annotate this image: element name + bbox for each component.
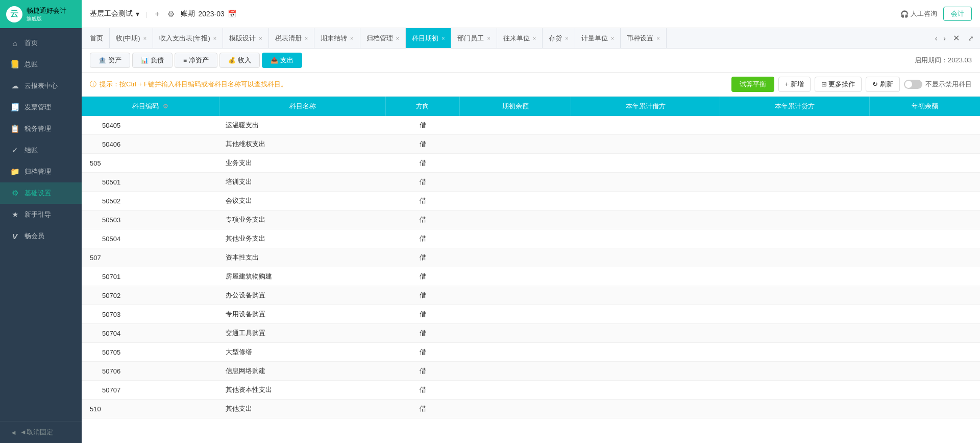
tab-dept[interactable]: 部门员工 × (451, 28, 497, 49)
tab-close-unit[interactable]: × (611, 35, 614, 41)
subtab-equity[interactable]: ≡ 净资产 (175, 53, 217, 68)
add-project-icon[interactable]: ＋ (153, 9, 161, 19)
subtab-income[interactable]: 💰 收入 (219, 53, 260, 68)
help-btn[interactable]: 🎧 人工咨询 (900, 9, 937, 18)
cell-code: 50702 (82, 286, 219, 305)
refresh-button[interactable]: ↻ 刷新 (866, 77, 900, 92)
sidebar-nav: ⌂ 首页 📒 总账 ☁ 云报表中心 🧾 发票管理 📋 税务管理 ✓ 结账 📁 归… (0, 28, 82, 421)
cell-debit-ytd (571, 381, 720, 400)
subtab-asset[interactable]: 🏦 资产 (90, 53, 130, 68)
tabbar: 首页 收(中期) × 收入支出表(年报) × 模版设计 × 税表清册 × 期末结… (82, 28, 980, 49)
sidebar-footer-label: ◄取消固定 (20, 428, 53, 437)
tab-close-template[interactable]: × (259, 35, 262, 41)
table-row: 50701房屋建筑物购建借 (82, 267, 980, 286)
table-header: 科目编码 ⚙ 科目名称 方向 期初余额 本年累计借方 本年累计贷方 年初余额 (82, 97, 980, 116)
cell-name: 资本性支出 (219, 248, 386, 267)
cell-direction: 借 (386, 324, 460, 343)
tab-close-income[interactable]: × (213, 35, 216, 41)
cell-credit-ytd (720, 211, 869, 229)
content-area: 🏦 资产 📊 负债 ≡ 净资产 💰 收入 📤 支出 启用期间：2023.03 (82, 49, 980, 443)
cell-direction: 借 (386, 305, 460, 324)
sidebar-item-guide[interactable]: ★ 新手引导 (0, 204, 82, 225)
tab-close-contact[interactable]: × (533, 35, 536, 41)
tab-income[interactable]: 收入支出表(年报) × (153, 28, 223, 49)
cell-year-balance (869, 362, 980, 381)
tab-stock[interactable]: 存货 × (543, 28, 575, 49)
tab-expand[interactable]: ⤢ (964, 34, 978, 42)
tab-archive[interactable]: 归档管理 × (360, 28, 406, 49)
sidebar-item-tax[interactable]: 📋 税务管理 (0, 118, 82, 139)
sidebar-item-member[interactable]: V 畅会员 (0, 225, 82, 247)
sidebar-item-archive[interactable]: 📁 归档管理 (0, 161, 82, 182)
tab-subject[interactable]: 科目期初 × (406, 28, 451, 49)
tab-close-tax[interactable]: × (305, 35, 308, 41)
add-button[interactable]: + 新增 (778, 77, 811, 92)
sidebar-item-ledger[interactable]: 📒 总账 (0, 54, 82, 75)
col-settings-icon[interactable]: ⚙ (163, 103, 168, 110)
subtab-liability[interactable]: 📊 负债 (132, 53, 173, 68)
topbar-right: 🎧 人工咨询 会计 (900, 7, 972, 21)
topbar-settings-icon[interactable]: ⚙ (167, 9, 175, 19)
col-debit-ytd: 本年累计借方 (571, 97, 720, 116)
tab-balance[interactable]: 收(中期) × (110, 28, 153, 49)
topbar-divider: | (145, 10, 147, 18)
chevron-down-icon: ▾ (136, 10, 139, 18)
cell-credit-ytd (720, 343, 869, 362)
tab-close-period[interactable]: × (350, 35, 353, 41)
sidebar-item-close[interactable]: ✓ 结账 (0, 139, 82, 161)
tab-close-balance[interactable]: × (143, 35, 146, 41)
cell-year-balance (869, 192, 980, 211)
sidebar-item-report[interactable]: ☁ 云报表中心 (0, 75, 82, 97)
account-button[interactable]: 会计 (943, 7, 972, 21)
project-selector[interactable]: 基层工会测试 ▾ (90, 9, 139, 18)
cell-year-balance (869, 211, 980, 229)
cell-year-balance (869, 343, 980, 362)
tab-close-all[interactable]: ✕ (949, 33, 964, 43)
tab-tax[interactable]: 税表清册 × (269, 28, 314, 49)
tab-close-subject[interactable]: × (442, 35, 445, 41)
tab-close-archive[interactable]: × (396, 35, 399, 41)
table-row: 50703专用设备购置借 (82, 305, 980, 324)
tab-close-currency[interactable]: × (656, 35, 659, 41)
tab-close-dept[interactable]: × (487, 35, 490, 41)
tab-close-stock[interactable]: × (565, 35, 568, 41)
cell-code: 50706 (82, 362, 219, 381)
cell-debit-ytd (571, 305, 720, 324)
sidebar-item-home[interactable]: ⌂ 首页 (0, 32, 82, 54)
cell-name: 大型修缮 (219, 343, 386, 362)
sidebar-label-tax: 税务管理 (24, 124, 51, 133)
tab-scroll-right[interactable]: › (940, 34, 949, 42)
sidebar-item-invoice[interactable]: 🧾 发票管理 (0, 97, 82, 118)
tab-scroll-left[interactable]: ‹ (932, 34, 941, 42)
cell-name: 其他业务支出 (219, 229, 386, 248)
cell-debit-ytd (571, 400, 720, 418)
period-value: 2023-03 (198, 10, 224, 18)
toggle-disabled-subjects[interactable] (904, 80, 922, 89)
subtabbar: 🏦 资产 📊 负债 ≡ 净资产 💰 收入 📤 支出 启用期间：2023.03 (82, 49, 980, 73)
help-label: 人工咨询 (911, 9, 937, 18)
tab-period[interactable]: 期末结转 × (314, 28, 360, 49)
calendar-icon[interactable]: 📅 (228, 10, 236, 18)
cell-direction: 借 (386, 267, 460, 286)
table-row: 507资本性支出借 (82, 248, 980, 267)
cell-name: 房屋建筑物购建 (219, 267, 386, 286)
cell-code: 50405 (82, 116, 219, 135)
logo-sub: 旗舰版 (27, 15, 66, 22)
more-button[interactable]: ⊞ 更多操作 (815, 77, 862, 92)
balance-button[interactable]: 试算平衡 (731, 77, 774, 92)
tab-home[interactable]: 首页 (84, 28, 110, 49)
subtab-expense[interactable]: 📤 支出 (262, 53, 302, 68)
table-row: 50405运温暖支出借 (82, 116, 980, 135)
sidebar-footer[interactable]: ◄ ◄取消固定 (0, 421, 82, 443)
cell-year-balance (869, 286, 980, 305)
sidebar-item-settings[interactable]: ⚙ 基础设置 (0, 182, 82, 204)
tab-unit[interactable]: 计量单位 × (575, 28, 621, 49)
tab-contact[interactable]: 往来单位 × (497, 28, 543, 49)
tab-template[interactable]: 模版设计 × (223, 28, 268, 49)
cell-code: 50501 (82, 173, 219, 192)
cell-name: 交通工具购置 (219, 324, 386, 343)
cell-name: 专项业务支出 (219, 211, 386, 229)
table-row: 50706信息网络购建借 (82, 362, 980, 381)
tab-currency[interactable]: 币种设置 × (621, 28, 666, 49)
cell-credit-ytd (720, 267, 869, 286)
